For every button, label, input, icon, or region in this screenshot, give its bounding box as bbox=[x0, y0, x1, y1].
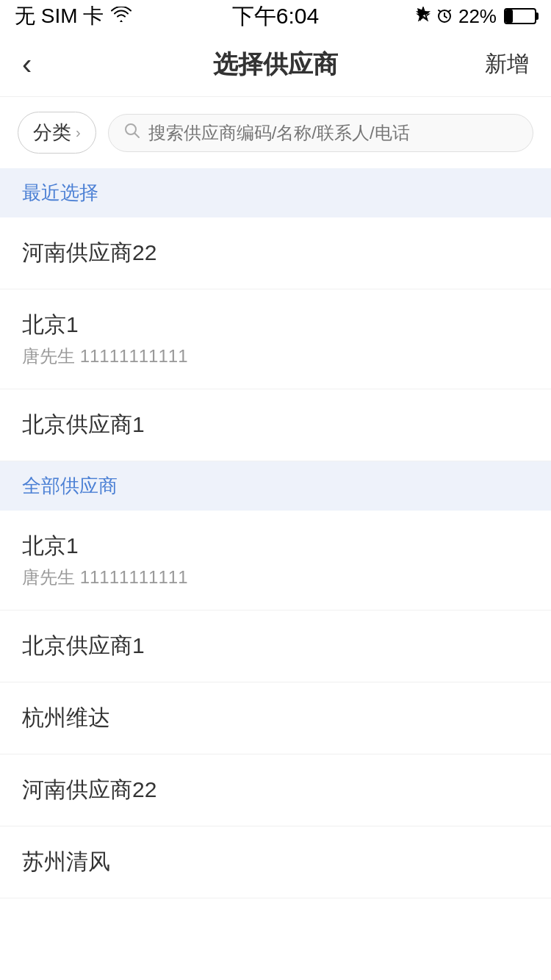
add-button[interactable]: 新增 bbox=[470, 49, 529, 79]
recent-items-list: 河南供应商22北京1唐先生 11111111111北京供应商1 bbox=[0, 217, 551, 461]
list-item[interactable]: 北京供应商1 bbox=[0, 610, 551, 682]
item-sub: 唐先生 11111111111 bbox=[22, 566, 529, 589]
item-name: 苏州清风 bbox=[22, 847, 529, 877]
recent-section-header: 最近选择 bbox=[0, 168, 551, 217]
location-icon bbox=[416, 5, 431, 28]
list-item[interactable]: 河南供应商22 bbox=[0, 217, 551, 289]
search-icon bbox=[123, 122, 141, 144]
list-item[interactable]: 杭州维达 bbox=[0, 682, 551, 754]
wifi-icon bbox=[111, 4, 132, 28]
search-input-wrap[interactable] bbox=[108, 114, 533, 152]
no-sim-text: 无 SIM 卡 bbox=[15, 2, 104, 30]
alarm-icon bbox=[436, 5, 453, 28]
battery-icon bbox=[504, 8, 536, 24]
item-name: 北京供应商1 bbox=[22, 631, 529, 661]
search-bar: 分类 › bbox=[0, 97, 551, 168]
page-title: 选择供应商 bbox=[213, 48, 338, 82]
item-name: 河南供应商22 bbox=[22, 238, 529, 268]
nav-bar: ‹ 选择供应商 新增 bbox=[0, 32, 551, 97]
item-name: 杭州维达 bbox=[22, 703, 529, 733]
back-button[interactable]: ‹ bbox=[22, 48, 81, 81]
item-name: 河南供应商22 bbox=[22, 775, 529, 805]
all-items-list: 北京1唐先生 11111111111北京供应商1杭州维达河南供应商22苏州清风 bbox=[0, 511, 551, 898]
chevron-right-icon: › bbox=[76, 124, 81, 141]
battery-percent: 22% bbox=[458, 5, 497, 28]
item-name: 北京1 bbox=[22, 310, 529, 340]
all-section-header: 全部供应商 bbox=[0, 461, 551, 511]
list-item[interactable]: 北京1唐先生 11111111111 bbox=[0, 289, 551, 389]
status-time: 下午6:04 bbox=[232, 1, 319, 32]
list-item[interactable]: 河南供应商22 bbox=[0, 754, 551, 826]
category-button[interactable]: 分类 › bbox=[18, 112, 96, 154]
list-item[interactable]: 北京1唐先生 11111111111 bbox=[0, 511, 551, 610]
search-input[interactable] bbox=[148, 123, 518, 143]
status-left: 无 SIM 卡 bbox=[15, 2, 132, 30]
status-right: 22% bbox=[416, 5, 536, 28]
category-label: 分类 bbox=[33, 120, 71, 145]
item-sub: 唐先生 11111111111 bbox=[22, 345, 529, 368]
list-item[interactable]: 北京供应商1 bbox=[0, 389, 551, 461]
list-item[interactable]: 苏州清风 bbox=[0, 826, 551, 898]
status-bar: 无 SIM 卡 下午6:04 22 bbox=[0, 0, 551, 32]
item-name: 北京供应商1 bbox=[22, 410, 529, 440]
item-name: 北京1 bbox=[22, 531, 529, 561]
